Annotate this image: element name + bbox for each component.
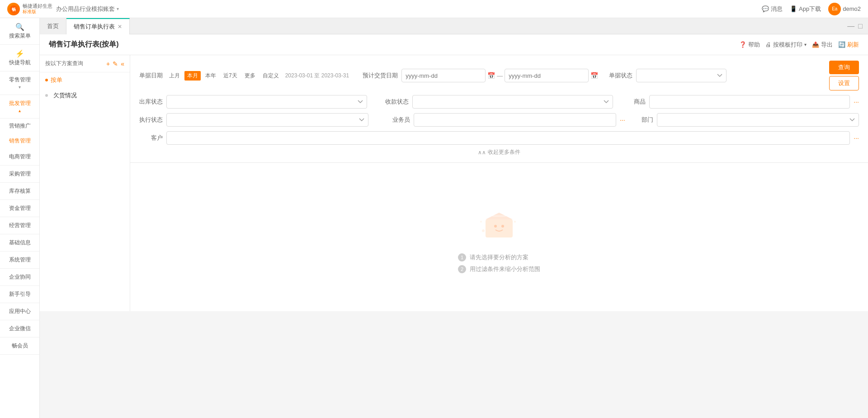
sidebar-item-wechat[interactable]: 企业微信 <box>0 320 39 337</box>
template-print-btn[interactable]: 🖨 按模板打印 ▾ <box>765 41 807 49</box>
sidebar-item-system[interactable]: 系统管理 <box>0 252 39 269</box>
export-icon: 📤 <box>812 41 819 48</box>
top-bar-right: 💬 消息 📱 App下载 Ea demo2 <box>762 3 861 15</box>
customer-more-btn[interactable]: ··· <box>854 134 859 142</box>
outbound-select[interactable] <box>166 95 367 109</box>
tab-close-icon[interactable]: ✕ <box>118 24 122 30</box>
sidebar-group-item-sales[interactable]: 销售管理 <box>0 133 39 148</box>
sidebar-item-search-menu[interactable]: 🔍 搜索菜单 <box>0 18 39 45</box>
message-btn[interactable]: 💬 消息 <box>762 5 783 13</box>
scheme-add-btn[interactable]: + <box>106 60 110 67</box>
collection-select[interactable] <box>412 95 613 109</box>
breadcrumb-dropdown[interactable]: 办公用品行业模拟账套 ▾ <box>56 5 119 13</box>
scheme-item-order[interactable]: 按单 <box>40 72 130 88</box>
customer-input[interactable] <box>166 131 850 145</box>
logo-area: 畅 畅捷通好生意 标准版 <box>7 3 52 15</box>
empty-tip-2: 2 用过滤条件来缩小分析范围 <box>458 263 540 275</box>
tip-num-1: 1 <box>458 253 466 261</box>
execution-label: 执行状态 <box>139 116 166 124</box>
execution-select[interactable] <box>166 113 368 127</box>
app-download-btn[interactable]: 📱 App下载 <box>790 5 821 13</box>
refresh-btn[interactable]: 🔄 刷新 <box>838 41 859 49</box>
user-area[interactable]: Ea demo2 <box>828 3 861 15</box>
filter-area: 单据日期 上月 本月 本年 近7天 更多 自定义 2023-03-01 至 20… <box>130 55 868 163</box>
date-btn-this-year[interactable]: 本年 <box>203 71 219 81</box>
tab-bar: 首页 销售订单执行表 ✕ — □ <box>40 18 868 34</box>
svg-rect-2 <box>486 219 513 238</box>
sidebar-group-item-marketing[interactable]: 营销推广 <box>0 119 39 133</box>
export-btn[interactable]: 📤 导出 <box>812 41 833 49</box>
scheme-item-backorder[interactable]: 欠货情况 <box>40 88 130 103</box>
date-separator: — <box>497 72 503 79</box>
sidebar-item-basic[interactable]: 基础信息 <box>0 234 39 252</box>
calendar-start-icon[interactable]: 📅 <box>487 72 495 79</box>
goods-more-btn[interactable]: ··· <box>854 98 859 105</box>
sidebar-item-enterprise[interactable]: 企业协同 <box>0 269 39 286</box>
sidebar-item-management[interactable]: 经营管理 <box>0 217 39 234</box>
sidebar-item-member[interactable]: 畅会员 <box>0 337 39 355</box>
empty-icon <box>476 199 522 244</box>
settings-button[interactable]: 设置 <box>829 76 859 90</box>
avatar: Ea <box>828 3 841 15</box>
sidebar-item-wholesale[interactable]: 批发管理 ▴ <box>0 95 39 119</box>
page-content: 销售订单执行表(按单) ❓ 帮助 🖨 按模板打印 ▾ 📤 导出 <box>40 34 868 418</box>
date-btn-last-month[interactable]: 上月 <box>166 71 183 81</box>
sidebar-item-quick-nav[interactable]: ⚡ 快捷导航 <box>0 45 39 71</box>
collapse-button[interactable]: ∧∧ 收起更多条件 <box>478 148 520 156</box>
empty-tips: 1 请先选择要分析的方案 2 用过滤条件来缩小分析范围 <box>458 252 540 275</box>
salesperson-label: 业务员 <box>387 116 414 124</box>
sidebar-item-app-center[interactable]: 应用中心 <box>0 303 39 320</box>
scheme-edit-btn[interactable]: ✎ <box>113 60 118 67</box>
empty-state: 1 请先选择要分析的方案 2 用过滤条件来缩小分析范围 <box>458 163 540 311</box>
delivery-date-range: 📅 — 📅 <box>401 69 598 82</box>
logo-icon: 畅 <box>7 3 20 15</box>
date-btn-7days[interactable]: 近7天 <box>221 71 240 81</box>
delivery-date-area: 预计交货日期 📅 — 📅 <box>363 69 598 82</box>
sidebar-item-inventory[interactable]: 库存核算 <box>0 183 39 200</box>
svg-point-8 <box>514 221 516 223</box>
status-select[interactable] <box>636 69 726 82</box>
filter-row-3: 执行状态 业务员 ··· 部门 <box>139 113 859 127</box>
empty-area: 1 请先选择要分析的方案 2 用过滤条件来缩小分析范围 <box>130 163 868 311</box>
scheme-collapse-btn[interactable]: « <box>121 60 124 67</box>
salesperson-input[interactable] <box>414 113 616 127</box>
sidebar-item-retail[interactable]: 零售管理 ▾ <box>0 71 39 95</box>
sidebar-item-finance[interactable]: 资金管理 <box>0 200 39 217</box>
outbound-label: 出库状态 <box>139 98 166 106</box>
tip-num-2: 2 <box>458 265 466 273</box>
date-btn-custom[interactable]: 自定义 <box>260 71 282 81</box>
filter-row-4: 客户 ··· <box>139 131 859 145</box>
sidebar-item-newbie[interactable]: 新手引导 <box>0 286 39 303</box>
top-bar: 畅 畅捷通好生意 标准版 办公用品行业模拟账套 ▾ 💬 消息 📱 App下载 E… <box>0 0 868 18</box>
sidebar: 🔍 搜索菜单 ⚡ 快捷导航 零售管理 ▾ 批发管理 ▴ 营销推广 销售管理 电商… <box>0 18 40 418</box>
tab-home[interactable]: 首页 <box>40 18 66 34</box>
delivery-date-end[interactable] <box>505 69 589 82</box>
print-icon: 🖨 <box>765 41 771 48</box>
svg-point-9 <box>480 221 482 223</box>
date-range-text: 2023-03-01 至 2023-03-31 <box>285 72 349 80</box>
content-area: 首页 销售订单执行表 ✕ — □ 销售订单执行表(按单) ❓ 帮助 <box>40 18 868 418</box>
tab-maximize-btn[interactable]: □ <box>858 22 863 30</box>
tab-minimize-btn[interactable]: — <box>847 22 854 30</box>
delivery-date-label: 预计交货日期 <box>363 71 398 80</box>
goods-label: 商品 <box>631 98 649 106</box>
breadcrumb-arrow: ▾ <box>117 6 119 11</box>
goods-input[interactable] <box>649 95 850 109</box>
empty-tip-1: 1 请先选择要分析的方案 <box>458 252 540 263</box>
salesperson-more-btn[interactable]: ··· <box>620 116 625 124</box>
tab-sales-order[interactable]: 销售订单执行表 ✕ <box>66 18 130 34</box>
calendar-end-icon[interactable]: 📅 <box>590 72 598 79</box>
svg-point-5 <box>494 225 497 228</box>
status-area: 单据状态 <box>607 69 829 82</box>
sidebar-item-purchase[interactable]: 采购管理 <box>0 166 39 183</box>
date-btn-more[interactable]: 更多 <box>242 71 258 81</box>
department-select[interactable] <box>657 113 859 127</box>
query-button[interactable]: 查询 <box>829 61 859 74</box>
help-btn[interactable]: ❓ 帮助 <box>739 41 760 49</box>
delivery-date-start[interactable] <box>401 69 486 82</box>
sidebar-item-ecommerce[interactable]: 电商管理 <box>0 148 39 166</box>
scheme-panel: 按以下方案查询 + ✎ « 按单 欠货情况 <box>40 55 130 311</box>
collapse-icon: ∧∧ <box>478 149 486 156</box>
date-btn-this-month[interactable]: 本月 <box>184 71 201 81</box>
help-icon: ❓ <box>739 41 746 48</box>
